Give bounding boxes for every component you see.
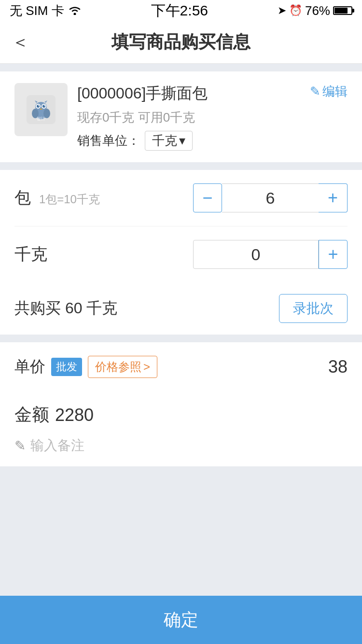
status-time: 下午2:56 — [151, 1, 208, 21]
product-thumbnail: 智计 — [14, 83, 68, 136]
total-row: 共购买 60 千克 录批次 — [0, 282, 362, 335]
product-stock: 现存0千克 可用0千克 — [77, 109, 348, 126]
amount-row: 金额 2280 — [14, 403, 348, 427]
edit-label: 编辑 — [322, 83, 348, 100]
package-hint: 1包=10千克 — [39, 193, 100, 206]
amount-section: 金额 2280 ✎ 输入备注 — [0, 390, 362, 466]
price-type-badge: 批发 — [51, 358, 82, 376]
svg-text:智计: 智计 — [37, 116, 45, 121]
page-title: 填写商品购买信息 — [111, 30, 251, 54]
status-right: ➤ ⏰ 76% — [278, 3, 352, 18]
price-left: 单价 批发 价格参照 > — [14, 356, 157, 378]
package-row: 包 1包=10千克 − + — [14, 170, 348, 226]
note-row[interactable]: ✎ 输入备注 — [14, 436, 348, 455]
product-card: 智计 [0000006]手撕面包 现存0千克 可用0千克 销售单位： 千克 ▾ — [0, 71, 362, 162]
kg-label-group: 千克 — [14, 243, 47, 266]
kg-control: + — [193, 240, 348, 269]
product-logo: 智计 — [27, 95, 56, 124]
mid-divider-1 — [0, 162, 362, 170]
product-unit-row: 销售单位： 千克 ▾ — [77, 131, 348, 151]
amount-value: 2280 — [55, 405, 94, 425]
svg-point-9 — [44, 105, 45, 106]
confirm-button[interactable]: 确定 — [0, 596, 362, 644]
wifi-icon — [68, 3, 82, 18]
package-minus-button[interactable]: − — [193, 183, 222, 212]
batch-button[interactable]: 录批次 — [279, 294, 348, 323]
price-value: 38 — [328, 357, 348, 377]
svg-point-6 — [37, 105, 40, 108]
kg-row: 千克 + — [14, 226, 348, 282]
unit-dropdown[interactable]: 千克 ▾ — [145, 131, 193, 151]
top-divider — [0, 64, 362, 71]
status-left: 无 SIM 卡 — [10, 2, 82, 19]
product-info: [0000006]手撕面包 现存0千克 可用0千克 销售单位： 千克 ▾ — [77, 83, 348, 151]
price-label: 单价 — [14, 356, 45, 378]
unit-label: 销售单位： — [77, 132, 140, 149]
edit-button[interactable]: ✎ 编辑 — [310, 83, 348, 100]
kg-plus-button[interactable]: + — [319, 240, 348, 269]
mid-divider-2 — [0, 335, 362, 342]
svg-point-0 — [73, 13, 76, 15]
package-label: 包 — [14, 188, 31, 207]
package-label-group: 包 1包=10千克 — [14, 187, 100, 209]
price-ref-arrow: > — [143, 360, 150, 374]
nav-bar: ＜ 填写商品购买信息 — [0, 21, 362, 64]
amount-label: 金额 — [14, 403, 49, 427]
carrier-text: 无 SIM 卡 — [10, 2, 64, 19]
product-name: [0000006]手撕面包 — [77, 83, 348, 104]
note-icon: ✎ — [14, 438, 26, 454]
total-text: 共购买 60 千克 — [14, 298, 117, 319]
quantity-section: 包 1包=10千克 − + 千克 + — [0, 170, 362, 282]
back-button[interactable]: ＜ — [12, 30, 29, 54]
alarm-icon: ⏰ — [289, 4, 302, 17]
edit-icon: ✎ — [310, 84, 320, 99]
price-section: 单价 批发 价格参照 > 38 — [0, 342, 362, 390]
price-row: 单价 批发 价格参照 > 38 — [14, 356, 348, 378]
price-ref-button[interactable]: 价格参照 > — [88, 356, 157, 378]
product-card-wrapper: 智计 [0000006]手撕面包 现存0千克 可用0千克 销售单位： 千克 ▾ … — [0, 71, 362, 162]
svg-point-7 — [42, 105, 45, 108]
package-plus-button[interactable]: + — [319, 183, 348, 212]
svg-point-8 — [38, 105, 39, 106]
status-bar: 无 SIM 卡 下午2:56 ➤ ⏰ 76% — [0, 0, 362, 21]
kg-label: 千克 — [14, 245, 47, 263]
battery-icon — [333, 6, 352, 15]
package-control: − + — [193, 183, 348, 212]
package-input[interactable] — [222, 183, 319, 212]
gps-icon: ➤ — [278, 4, 286, 17]
battery-percent: 76% — [305, 3, 330, 18]
price-ref-label: 价格参照 — [95, 359, 141, 375]
kg-input[interactable] — [193, 240, 319, 269]
note-placeholder: 输入备注 — [30, 436, 84, 455]
